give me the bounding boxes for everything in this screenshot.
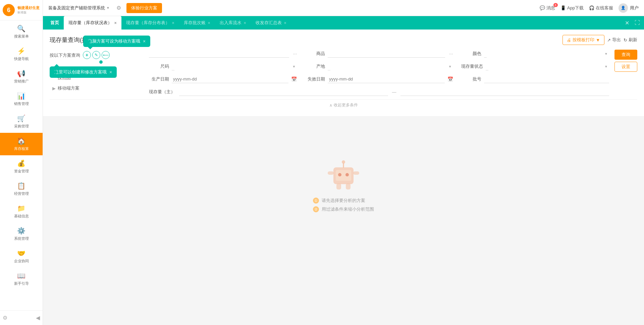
refresh-button[interactable]: ↻ 刷新 [624,37,637,43]
color-select[interactable] [484,50,487,58]
fullscreen-icon[interactable]: ⛶ [633,18,641,27]
sidebar-item-label: 销售管理 [14,101,29,106]
quicknav-icon: ⚡ [17,47,25,55]
sidebar-item-enterprise[interactable]: 🤝 企业协同 [0,245,43,268]
tab-batch-account[interactable]: 库存批次账 ✕ [179,16,215,30]
batch-no-field: 批号 [461,75,609,83]
sidebar-item-basicinfo[interactable]: 📁 基础信息 [0,200,43,223]
tab-close-icon[interactable]: ✕ [244,21,246,25]
sidebar-item-label: 营销推广 [14,79,29,84]
sidebar-item-label: 系统管理 [14,236,29,241]
logo-badge: 标准版 [17,10,40,15]
enterprise-icon: 🤝 [17,249,25,257]
svg-rect-9 [346,183,351,189]
prod-date-calendar-icon[interactable]: 📅 [291,76,297,82]
add-scheme-button[interactable]: + [83,51,91,59]
goods-dots-icon[interactable]: ··· [449,51,453,56]
logo-name: 畅捷通好生意 [17,5,40,10]
sidebar-item-marketing[interactable]: 📢 营销推广 [0,65,43,88]
system-selector[interactable]: 装备及固定资产辅助管理系统 ▼ [48,5,110,11]
message-button[interactable]: 💬 消息 8 [540,5,555,11]
inventory-status-field: 现存量状态 ▼ [461,62,609,70]
tab-home-label: 首页 [50,20,59,26]
inventory-amount-from-input[interactable] [179,88,388,96]
sidebar-item-inventory[interactable]: 🏠 库存核算 [0,133,43,155]
settings-gear-icon[interactable]: ⚙ [116,5,121,11]
support-label: 在线客服 [596,5,613,11]
tab-collect-report-label: 收发存汇总表 [256,20,282,26]
tab-inventory-dist[interactable]: 现存量（库存分布表） ✕ [121,16,179,30]
batch-no-input[interactable] [484,75,609,83]
sidebar-item-purchase[interactable]: 🛒 采购管理 [0,110,43,133]
collapse-label: 收起更多条件 [334,102,358,108]
message-badge: 8 [553,3,558,7]
size-dropdown-icon: ▼ [292,65,296,68]
inventory-status-select[interactable] [486,62,488,70]
tooltip-create-close[interactable]: × [109,69,112,75]
tab-close-icon[interactable]: ✕ [172,21,174,25]
tip-num-2: ② [313,206,319,212]
user-menu[interactable]: 👤 用户 [619,3,639,13]
search-button[interactable]: 查询 [614,50,637,60]
collapse-bar[interactable]: ∧ 收起更多条件 [50,99,637,111]
filter-label: 按以下方案查询 [50,50,80,58]
tab-close-icon[interactable]: ✕ [114,21,117,25]
purchase-icon: 🛒 [17,114,25,122]
sidebar-item-operations[interactable]: 📋 经营管理 [0,178,43,200]
close-all-tabs-icon[interactable]: ✕ [624,18,631,28]
app-download-button[interactable]: 📱 App下载 [560,5,584,11]
export-button[interactable]: ↗ 导出 [607,37,621,43]
expire-date-calendar-icon[interactable]: 📅 [447,76,453,82]
header-actions: 🖨 按模板打印 ▼ ↗ 导出 ↻ 刷新 [562,35,637,45]
sidebar-item-quicknav[interactable]: ⚡ 快捷导航 [0,43,43,65]
sidebar-item-search[interactable]: 🔍 搜索菜单 [0,20,43,43]
size-field: 尺码 ▼ [149,62,297,70]
scheme-item-mobile[interactable]: ▶ 移动端方案 [50,84,144,93]
size-select[interactable] [172,62,174,70]
print-dropdown-icon: ▼ [596,38,600,43]
sidebar: 6 畅捷通好生意 标准版 🔍 搜索菜单 ⚡ 快捷导航 📢 营销推广 📊 销售管理 [0,0,43,325]
filter-actions: 查询 设置 [614,50,637,72]
svg-rect-8 [336,183,341,189]
template-print-button[interactable]: 🖨 按模板打印 ▼ [562,35,604,45]
online-support-button[interactable]: 🎧 在线客服 [589,5,613,11]
tooltip-create-scheme: 这里可以创建和修改方案哦 × [50,66,117,78]
tooltip-create-text: 这里可以创建和修改方案哦 [54,69,107,75]
tooltip-pc-text: 电脑方案可设为移动方案哦 [88,38,140,44]
sidebar-item-finance[interactable]: 💰 资金管理 [0,155,43,178]
sidebar-item-label: 资金管理 [14,169,29,174]
back-scheme-button[interactable]: ⟵ [102,51,110,59]
sidebar-item-system[interactable]: ⚙️ 系统管理 [0,223,43,245]
origin-field: 产地 ▼ [305,62,453,70]
warehouse-input[interactable] [149,50,289,58]
tab-inventory-status[interactable]: 现存量（库存状况表） ✕ [64,16,121,30]
sidebar-item-newguide[interactable]: 📖 新手引导 [0,268,43,290]
warehouse-dots-icon[interactable]: ··· [293,51,297,56]
expire-date-input[interactable] [328,75,444,83]
tab-collect-report[interactable]: 收发存汇总表 ✕ [251,16,291,30]
warehouse-field: ··· [149,50,297,58]
tooltip-pc-close[interactable]: × [143,39,146,44]
settings-icon[interactable]: ⚙ [3,315,7,321]
goods-field: 商品 ··· [305,50,453,58]
tab-close-icon[interactable]: ✕ [208,21,210,25]
prod-date-input[interactable] [172,75,288,83]
svg-point-5 [342,160,345,164]
edit-scheme-button[interactable]: ✎ [92,51,100,59]
svg-rect-7 [353,171,359,175]
origin-select[interactable] [328,62,330,70]
tab-home[interactable]: 首页 [46,16,64,30]
inventory-amount-to-input[interactable] [400,88,609,96]
operations-icon: 📋 [17,182,25,190]
tab-inout-flow[interactable]: 出入库流水 ✕ [215,16,251,30]
goods-input[interactable] [328,50,445,58]
collapse-sidebar-icon[interactable]: ◀ [36,315,40,321]
tab-inventory-status-label: 现存量（库存状况表） [68,20,112,26]
tabbar-right: ✕ ⛶ [624,18,641,28]
set-button[interactable]: 设置 [614,62,637,72]
sidebar-item-sales[interactable]: 📊 销售管理 [0,88,43,110]
trial-button[interactable]: 体验行业方案 [126,3,162,13]
tab-close-icon[interactable]: ✕ [284,21,286,25]
tab-batch-account-label: 库存批次账 [184,20,206,26]
sidebar-item-label: 采购管理 [14,124,29,129]
